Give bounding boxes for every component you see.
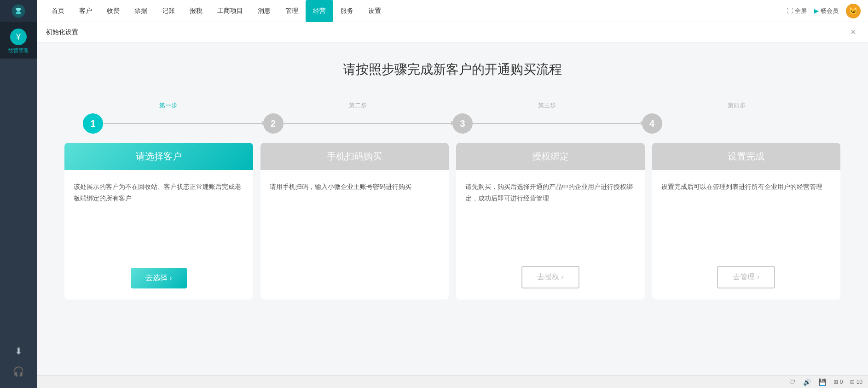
nav-accounting[interactable]: 记账 — [155, 0, 182, 22]
save-icon: 💾 — [818, 378, 826, 386]
card-2-body: 请用手机扫码，输入小微企业主账号密码进行购买 — [260, 170, 449, 281]
nav-manage[interactable]: 管理 — [278, 0, 306, 22]
nav-billing[interactable]: 收费 — [99, 0, 127, 22]
headset-icon[interactable]: 🎧 — [6, 362, 31, 381]
main-area: 初始化设置 × 请按照步骤完成新客户的开通购买流程 第一步 1 第二步 2 — [37, 22, 868, 375]
step-2-line: 2 — [263, 113, 453, 134]
fullscreen-icon: ⛶ — [787, 7, 793, 14]
step-2-connector — [284, 123, 453, 124]
shield-icon: 🛡 — [789, 378, 796, 386]
card-3-body: 请先购买，购买后选择开通的产品中的企业用户进行授权绑定，成功后即可进行经营管理 — [456, 170, 645, 259]
step-1-label: 第一步 — [159, 101, 177, 110]
nav-invoice[interactable]: 票据 — [127, 0, 155, 22]
page-content: 请按照步骤完成新客户的开通购买流程 第一步 1 第二步 2 — [37, 42, 868, 318]
card-3-header: 授权绑定 — [456, 143, 645, 170]
card-2: 手机扫码购买 请用手机扫码，输入小微企业主账号密码进行购买 — [260, 143, 449, 300]
card-4-body: 设置完成后可以在管理列表进行所有企业用户的经营管理 — [652, 170, 841, 259]
step-1-connector — [103, 123, 263, 124]
card-3: 授权绑定 请先购买，购买后选择开通的产品中的企业用户进行授权绑定，成功后即可进行… — [456, 143, 645, 300]
goto-auth-button[interactable]: 去授权 › — [521, 266, 579, 288]
cards-row: 请选择客户 该处展示的客户为不在回收站、客户状态正常建账后完成老板端绑定的所有客… — [64, 143, 840, 300]
step-1-line: 1 — [74, 113, 263, 134]
nav-tax[interactable]: 报税 — [182, 0, 210, 22]
step-3-connector — [473, 123, 642, 124]
step-2: 第二步 2 — [263, 101, 453, 134]
status-bar-right: 🛡 🔊 💾 ⊞ 0 ⊟ 10 — [789, 378, 862, 386]
breadcrumb-title: 初始化设置 — [46, 28, 78, 36]
step-1-bubble: 1 — [83, 113, 103, 134]
management-icon: ¥ — [10, 29, 27, 45]
nav-service[interactable]: 服务 — [333, 0, 361, 22]
page-heading: 请按照步骤完成新客户的开通购买流程 — [64, 61, 840, 78]
nav-settings[interactable]: 设置 — [361, 0, 388, 22]
step-4: 第四步 4 — [642, 101, 832, 134]
step-2-bubble: 2 — [263, 113, 284, 134]
step-4-bubble: 4 — [642, 113, 662, 134]
card-2-footer — [260, 281, 449, 300]
sidebar: ¥ 经营管理 ⬇ 🎧 — [0, 0, 37, 388]
step-3-label: 第三步 — [538, 101, 556, 110]
nav-home[interactable]: 首页 — [44, 0, 72, 22]
card-1-header: 请选择客户 — [64, 143, 253, 170]
vip-btn[interactable]: ▶ 畅会员 — [814, 7, 839, 15]
card-2-header: 手机扫码购买 — [260, 143, 449, 170]
goto-manage-button[interactable]: 去管理 › — [717, 266, 775, 288]
card-4: 设置完成 设置完成后可以在管理列表进行所有企业用户的经营管理 去管理 › — [652, 143, 841, 300]
card-1-footer: 去选择 › — [64, 260, 253, 300]
user-avatar[interactable]: 🐱 — [846, 4, 861, 18]
volume-icon: 🔊 — [803, 378, 811, 386]
nav-operation[interactable]: 经营 — [306, 0, 333, 22]
step-3-line: 3 — [452, 113, 642, 134]
step-3: 第三步 3 — [452, 101, 642, 134]
download-icon[interactable]: ⬇ — [6, 342, 31, 360]
card-4-header: 设置完成 — [652, 143, 841, 170]
card-1: 请选择客户 该处展示的客户为不在回收站、客户状态正常建账后完成老板端绑定的所有客… — [64, 143, 253, 300]
top-nav: 首页 客户 收费 票据 记账 报税 工商项目 消息 管理 经营 服务 设置 ⛶ … — [37, 0, 868, 22]
card-4-footer: 去管理 › — [652, 259, 841, 300]
grid-icon: ⊞ 0 — [833, 379, 843, 385]
card-1-body: 该处展示的客户为不在回收站、客户状态正常建账后完成老板端绑定的所有客户 — [64, 170, 253, 260]
sidebar-logo — [0, 0, 37, 22]
sidebar-item-management[interactable]: ¥ 经营管理 — [0, 22, 37, 59]
nav-business[interactable]: 工商项目 — [210, 0, 250, 22]
nav-right-group: ⛶ 全屏 ▶ 畅会员 🐱 — [787, 4, 861, 18]
nav-message[interactable]: 消息 — [250, 0, 278, 22]
step-3-bubble: 3 — [452, 113, 473, 134]
step-1: 第一步 1 — [74, 101, 263, 134]
step-2-label: 第二步 — [349, 101, 367, 110]
nav-customer[interactable]: 客户 — [72, 0, 99, 22]
step-4-line: 4 — [642, 113, 832, 134]
status-bar: ▶ 完成 🛡 🔊 💾 ⊞ 0 ⊟ 10 — [0, 375, 868, 388]
goto-select-button[interactable]: 去选择 › — [131, 268, 187, 288]
steps-section: 第一步 1 第二步 2 第三步 3 — [64, 101, 840, 134]
sidebar-bottom: ⬇ 🎧 — [0, 342, 37, 388]
breadcrumb: 初始化设置 × — [37, 22, 868, 42]
minus-icon: ⊟ 10 — [850, 379, 862, 385]
fullscreen-btn[interactable]: ⛶ 全屏 — [787, 7, 807, 15]
card-3-footer: 去授权 › — [456, 259, 645, 300]
play-icon: ▶ — [814, 7, 819, 14]
step-4-label: 第四步 — [728, 101, 746, 110]
close-button[interactable]: × — [848, 27, 859, 38]
